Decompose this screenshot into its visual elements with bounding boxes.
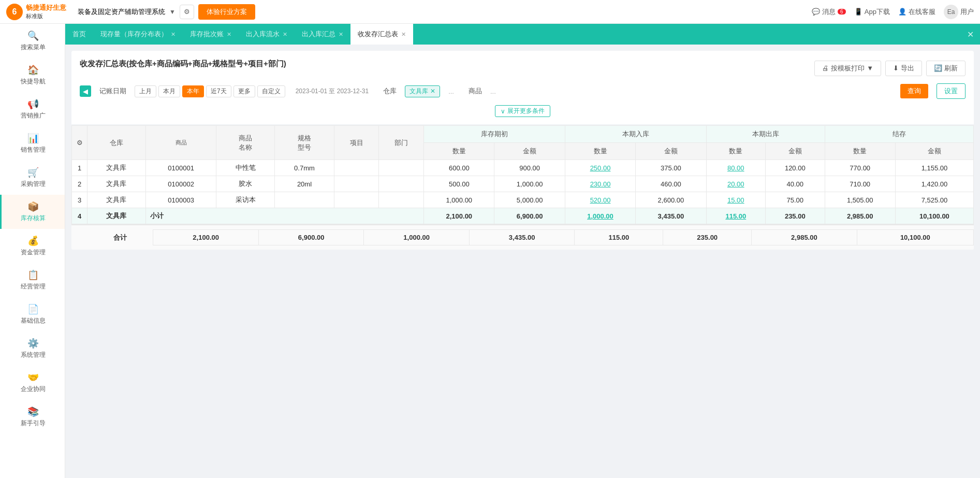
row-in-qty[interactable]: 520.00 bbox=[565, 192, 635, 208]
app-download-button[interactable]: 📱 App下载 bbox=[854, 7, 890, 17]
tab-recv-send-summary-close[interactable]: ✕ bbox=[401, 31, 406, 38]
sidebar-item-finance[interactable]: 💰资金管理 bbox=[0, 229, 65, 263]
table-row: 3 文具库 0100003 采访本 1,000.00 5,000.00 520.… bbox=[72, 192, 974, 208]
tab-batch-account-close[interactable]: ✕ bbox=[227, 31, 231, 38]
expand-more-conditions-button[interactable]: ∨ 展开更多条件 bbox=[495, 105, 550, 117]
col-out-qty: 数量 bbox=[706, 143, 765, 160]
print-dropdown-icon: ▼ bbox=[867, 64, 873, 72]
row-out-amt: 120.00 bbox=[766, 160, 825, 176]
row-open-amt: 900.00 bbox=[494, 160, 565, 176]
row-project bbox=[334, 160, 379, 176]
warehouse-label: 仓库 bbox=[383, 86, 397, 96]
warehouse-tag[interactable]: 文具库 ✕ bbox=[405, 85, 440, 97]
row-bal-amt: 7,525.00 bbox=[895, 192, 973, 208]
sidebar-item-beginner[interactable]: 📚新手引导 bbox=[0, 400, 65, 434]
sidebar-item-enterprise[interactable]: 🤝企业协同 bbox=[0, 366, 65, 400]
row-in-amt: 375.00 bbox=[636, 160, 706, 176]
row-in-qty[interactable]: 250.00 bbox=[565, 160, 635, 176]
sidebar-item-sales[interactable]: 📊销售管理 bbox=[0, 126, 65, 161]
trial-button[interactable]: 体验行业方案 bbox=[198, 4, 255, 20]
system-dropdown[interactable]: ▼ bbox=[169, 8, 175, 16]
tab-home[interactable]: 首页 bbox=[65, 24, 93, 45]
date-btn-this-year[interactable]: 本年 bbox=[182, 85, 204, 97]
sidebar-icon-system: ⚙️ bbox=[27, 338, 39, 349]
subtotal-in-qty[interactable]: 1,000.00 bbox=[565, 208, 635, 224]
table-row: 2 文具库 0100002 胶水 20ml 500.00 1,000.00 23… bbox=[72, 176, 974, 192]
tab-batch-account[interactable]: 库存批次账 ✕ bbox=[183, 24, 239, 45]
settings-gear-button[interactable]: ⚙ bbox=[180, 5, 194, 19]
sidebar-item-quick-nav[interactable]: 🏠快捷导航 bbox=[0, 58, 65, 92]
sidebar-label-operations: 经营管理 bbox=[21, 282, 46, 291]
user-avatar: Ea bbox=[944, 5, 958, 19]
col-goods-code-header: 商品 bbox=[145, 126, 216, 160]
subtotal-in-amt: 3,435.00 bbox=[636, 208, 706, 224]
date-btn-this-month[interactable]: 本月 bbox=[158, 85, 180, 97]
total-label: 合计 bbox=[87, 230, 153, 245]
online-service-button[interactable]: 👤 在线客服 bbox=[898, 7, 935, 17]
export-button[interactable]: ⬇ 导出 bbox=[885, 61, 922, 76]
refresh-button[interactable]: 🔄 刷新 bbox=[926, 61, 966, 76]
sidebar-icon-operations: 📋 bbox=[27, 269, 39, 281]
tab-recv-send-summary[interactable]: 收发存汇总表 ✕ bbox=[350, 24, 413, 45]
sidebar-icon-sales: 📊 bbox=[27, 133, 39, 144]
print-button[interactable]: 🖨 按模板打印 ▼ bbox=[814, 61, 881, 76]
sidebar-item-search[interactable]: 🔍搜索菜单 bbox=[0, 24, 65, 58]
sidebar-item-basic-info[interactable]: 📄基础信息 bbox=[0, 297, 65, 331]
row-name: 中性笔 bbox=[216, 160, 275, 176]
sidebar-label-quick-nav: 快捷导航 bbox=[21, 77, 46, 86]
sidebar-icon-basic-info: 📄 bbox=[27, 303, 39, 315]
tab-in-out-summary-close[interactable]: ✕ bbox=[339, 31, 343, 38]
subtotal-out-qty[interactable]: 115.00 bbox=[706, 208, 765, 224]
tab-in-out-flow-close[interactable]: ✕ bbox=[283, 31, 287, 38]
tab-in-out-summary[interactable]: 出入库汇总 ✕ bbox=[295, 24, 350, 45]
sidebar-item-purchase[interactable]: 🛒采购管理 bbox=[0, 161, 65, 195]
sidebar-item-operations[interactable]: 📋经营管理 bbox=[0, 263, 65, 297]
tab-stock-dist-close[interactable]: ✕ bbox=[171, 31, 175, 38]
date-btn-last-month[interactable]: 上月 bbox=[135, 85, 156, 97]
close-all-tabs-button[interactable]: ✕ bbox=[961, 30, 980, 39]
tab-in-out-flow[interactable]: 出入库流水 ✕ bbox=[239, 24, 295, 45]
expand-icon: ∨ bbox=[501, 108, 505, 115]
message-button[interactable]: 💬 消息 6 bbox=[812, 7, 846, 17]
sidebar-label-finance: 资金管理 bbox=[21, 248, 46, 257]
sidebar-item-inventory[interactable]: 📦库存核算 bbox=[0, 195, 65, 229]
tab-stock-dist[interactable]: 现存量（库存分布表） ✕ bbox=[93, 24, 183, 45]
row-code: 0100003 bbox=[145, 192, 216, 208]
row-bal-qty: 1,505.00 bbox=[825, 192, 895, 208]
row-project bbox=[334, 176, 379, 192]
sidebar-label-beginner: 新手引导 bbox=[21, 419, 46, 428]
date-label: 记账日期 bbox=[99, 86, 126, 96]
sidebar-label-marketing: 营销推广 bbox=[21, 111, 46, 120]
row-out-amt: 40.00 bbox=[766, 176, 825, 192]
table-settings-icon[interactable]: ⚙ bbox=[77, 139, 83, 147]
filter-collapse-button[interactable]: ◀ bbox=[80, 85, 91, 97]
goods-more[interactable]: ... bbox=[490, 88, 496, 95]
row-open-qty: 1,000.00 bbox=[424, 192, 494, 208]
date-btn-more[interactable]: 更多 bbox=[233, 85, 255, 97]
col-goods-name-header: 商品名称 bbox=[216, 126, 275, 160]
row-out-qty[interactable]: 20.00 bbox=[706, 176, 765, 192]
total-open-amt: 6,900.00 bbox=[258, 230, 364, 245]
col-balance-header: 结存 bbox=[825, 126, 973, 143]
date-btn-7days[interactable]: 近7天 bbox=[206, 85, 231, 97]
date-btn-custom[interactable]: 自定义 bbox=[257, 85, 285, 97]
row-out-qty[interactable]: 15.00 bbox=[706, 192, 765, 208]
row-out-qty[interactable]: 80.00 bbox=[706, 160, 765, 176]
col-bal-qty: 数量 bbox=[825, 143, 895, 160]
query-button[interactable]: 查询 bbox=[900, 84, 928, 98]
sidebar-item-marketing[interactable]: 📢营销推广 bbox=[0, 92, 65, 126]
sidebar: 🔍搜索菜单🏠快捷导航📢营销推广📊销售管理🛒采购管理📦库存核算💰资金管理📋经营管理… bbox=[0, 24, 65, 478]
col-settings-header[interactable]: ⚙ bbox=[72, 126, 87, 160]
col-goods-spec-header: 规格型号 bbox=[275, 126, 334, 160]
system-name-area: 装备及固定资产辅助管理系统 ▼ ⚙ 体验行业方案 bbox=[71, 4, 812, 20]
warehouse-more[interactable]: ... bbox=[448, 88, 454, 95]
sidebar-item-system[interactable]: ⚙️系统管理 bbox=[0, 331, 65, 366]
col-out-header: 本期出库 bbox=[706, 126, 825, 143]
topbar-right: 💬 消息 6 📱 App下载 👤 在线客服 Ea 用户 bbox=[812, 5, 974, 19]
user-button[interactable]: Ea 用户 bbox=[944, 5, 974, 19]
warehouse-tag-close[interactable]: ✕ bbox=[430, 88, 435, 95]
logo-icon: 6 bbox=[6, 4, 23, 20]
filter-settings-button[interactable]: 设置 bbox=[937, 83, 966, 99]
total-in-amt: 3,435.00 bbox=[469, 230, 575, 245]
row-in-qty[interactable]: 230.00 bbox=[565, 176, 635, 192]
